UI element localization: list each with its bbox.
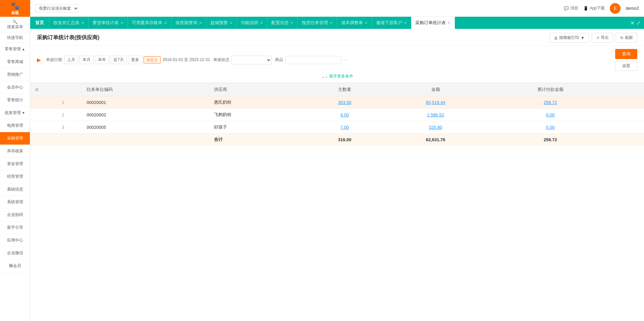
sidebar-item-wechat[interactable]: 企业微信 [0, 247, 30, 260]
tab-yaoqing[interactable]: 邀请下游客户 ✕ [372, 17, 411, 29]
sidebar-item-finance[interactable]: 资金管理 [0, 158, 30, 170]
sidebar: 🐾 标题 🔍 搜索菜单 快捷导航 零售管理 ▲ 零售商城 营销推广 会员中心 零… [0, 0, 30, 321]
table-body: 1 00020001 惠氏奶粉 303.00 60,519.44 259.72 … [30, 96, 644, 133]
message-icon: 💬 [564, 6, 569, 11]
logo-icon: 🐾 [10, 2, 19, 10]
store-selector[interactable]: 母婴行业演示账套 [35, 4, 79, 12]
settings-button[interactable]: 设置 [615, 61, 637, 71]
tfoot-empty3 [83, 133, 210, 146]
tab-shoufachuhui[interactable]: 收发存汇总表 ✕ [49, 17, 89, 29]
table-row[interactable]: 2 00020002 飞鹤奶粉 6.00 1,586.52 0.00 [30, 109, 644, 121]
td-quantity[interactable]: 7.00 [305, 121, 384, 133]
sidebar-item-label: 搜索菜单 [0, 24, 30, 30]
sidebar-item-ecommerce[interactable]: 电商管理 [0, 119, 30, 132]
tab-chengben[interactable]: 成本调整单 ✕ [337, 17, 372, 29]
sidebar-item-label: 资金管理 [7, 161, 23, 167]
tab-label: 超储预警 [210, 20, 228, 26]
tab-close-icon[interactable]: ✕ [199, 21, 202, 25]
td-paid[interactable]: 0.00 [487, 109, 614, 121]
tab-label: 拖货任务管理 [302, 20, 328, 26]
tfoot-quantity: 316.00 [305, 133, 384, 146]
tab-maximize-icon[interactable]: ⤢ [636, 20, 641, 26]
date-this-month-button[interactable]: 本月 [79, 56, 94, 64]
tab-gongneng[interactable]: 功能说明 ✕ [237, 17, 267, 29]
message-button[interactable]: 💬 消息 [564, 5, 578, 11]
expand-more-button[interactable]: ⌄⌄ 展开更多条件 [321, 73, 353, 79]
tab-close-icon[interactable]: ✕ [120, 21, 123, 25]
td-paid[interactable]: 0.00 [487, 121, 614, 133]
tab-close-icon[interactable]: ✕ [81, 21, 84, 25]
main-content: 母婴行业演示账套 💬 消息 📱 App下载 E demo2 首页 收发存汇总表 … [30, 0, 644, 321]
tab-close-icon[interactable]: ✕ [447, 21, 450, 25]
query-button[interactable]: 查询 [615, 49, 637, 59]
filter-collapse-icon[interactable]: ▶ [37, 57, 41, 63]
table-row[interactable]: 1 00020001 惠氏奶粉 303.00 60,519.44 259.72 [30, 96, 644, 109]
tab-peizhi[interactable]: 配置信息 ✕ [267, 17, 298, 29]
table-row[interactable]: 3 00020005 好孩子 7.00 525.80 0.00 [30, 121, 644, 133]
sidebar-item-retailshop[interactable]: 零售商城 [0, 56, 30, 68]
sidebar-item-member[interactable]: 会员中心 [0, 81, 30, 94]
sidebar-item-vip[interactable]: 畅会员 [0, 260, 30, 272]
sidebar-item-wholesale[interactable]: 批发管理 ▼ [0, 107, 30, 119]
sidebar-item-purchase[interactable]: 采购管理 [0, 132, 30, 145]
tab-home[interactable]: 首页 [30, 17, 49, 29]
tab-keyong[interactable]: 可用量库存账本 ✕ [128, 17, 171, 29]
td-num: 2 [44, 109, 83, 121]
tab-label: 可用量库存账本 [132, 20, 162, 26]
tab-caigou[interactable]: 采购订单统计表 ✕ [411, 17, 455, 29]
td-amount[interactable]: 1,586.52 [384, 109, 487, 121]
sidebar-item-appcenter[interactable]: 应用中心 [0, 234, 30, 247]
tab-tuohuo[interactable]: 拖货任务管理 ✕ [298, 17, 337, 29]
td-extra [614, 121, 644, 133]
tab-close-all-icon[interactable]: ✕ [630, 20, 635, 26]
th-empty [614, 83, 644, 96]
tab-close-icon[interactable]: ✕ [290, 21, 293, 25]
sidebar-item-collab[interactable]: 企业协同 [0, 209, 30, 221]
sidebar-item-retail[interactable]: 零售管理 ▲ [0, 43, 30, 56]
app-download-button[interactable]: 📱 App下载 [583, 5, 605, 11]
export-button[interactable]: ↗ 导出 [592, 33, 613, 43]
topbar-right: 💬 消息 📱 App下载 E demo2 [564, 3, 639, 14]
sidebar-item-operation[interactable]: 经营管理 [0, 170, 30, 183]
print-button[interactable]: 🖨 按模板打印 ▼ [549, 33, 589, 43]
sidebar-item-newbie[interactable]: 新手引导 [0, 221, 30, 234]
sidebar-item-label: 新手引导 [7, 225, 23, 230]
td-paid[interactable]: 259.72 [487, 96, 614, 109]
tabbar-actions: ✕ ⤢ [627, 20, 644, 26]
filter-status-item: 单据状态 [213, 56, 272, 64]
tab-chaochuyujing[interactable]: 超储预警 ✕ [206, 17, 237, 29]
sidebar-item-label: 应用中心 [7, 237, 23, 243]
sidebar-item-marketing[interactable]: 营销推广 [0, 68, 30, 81]
sidebar-item-search[interactable]: 🔍 搜索菜单 [0, 17, 30, 33]
td-quantity[interactable]: 303.00 [305, 96, 384, 109]
date-last-month-button[interactable]: 上月 [64, 56, 78, 64]
tab-close-icon[interactable]: ✕ [365, 21, 368, 25]
goods-input[interactable] [285, 56, 341, 64]
tab-label: 功能说明 [241, 20, 258, 26]
tab-close-icon[interactable]: ✕ [229, 21, 232, 25]
sidebar-item-basic[interactable]: 基础信息 [0, 183, 30, 196]
sidebar-item-retailstat[interactable]: 零售统计 [0, 94, 30, 107]
td-amount[interactable]: 525.80 [384, 121, 487, 133]
sidebar-item-system[interactable]: 系统管理 [0, 196, 30, 209]
th-settings[interactable]: ⚙ [30, 83, 44, 96]
date-7days-button[interactable]: 近7天 [110, 56, 127, 64]
goods-more-icon[interactable]: ··· [343, 57, 347, 62]
tab-close-icon[interactable]: ✕ [330, 21, 333, 25]
td-amount[interactable]: 60,519.44 [384, 96, 487, 109]
refresh-button[interactable]: ↻ 刷新 [616, 33, 637, 43]
sidebar-item-inventory[interactable]: 库存核算 [0, 145, 30, 158]
sidebar-item-quicknav[interactable]: 快捷导航 [0, 33, 30, 43]
sidebar-item-label: 采购管理 [7, 136, 23, 141]
tab-close-icon[interactable]: ✕ [260, 21, 263, 25]
tab-baoyuan[interactable]: 保质期查询 ✕ [171, 17, 206, 29]
date-this-year-button[interactable]: 本年 [95, 56, 109, 64]
date-more-button[interactable]: 更多 [128, 56, 142, 64]
page: 采购订单统计表(按供应商) 🖨 按模板打印 ▼ ↗ 导出 ↻ 刷新 [30, 29, 644, 321]
avatar[interactable]: E [610, 3, 621, 14]
status-select[interactable] [231, 56, 272, 64]
tab-yaohuo[interactable]: 要货单统计表 ✕ [89, 17, 128, 29]
tab-close-icon[interactable]: ✕ [404, 21, 407, 25]
td-quantity[interactable]: 6.00 [305, 109, 384, 121]
tab-close-icon[interactable]: ✕ [164, 21, 167, 25]
